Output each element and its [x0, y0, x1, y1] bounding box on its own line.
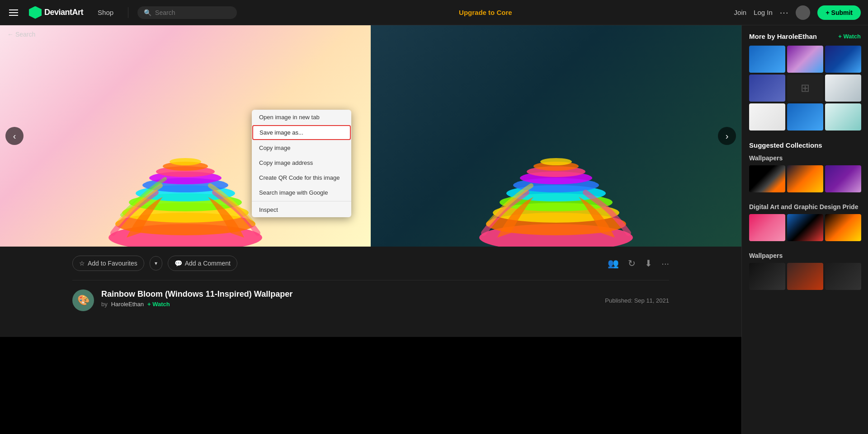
download-icon[interactable]: ⬇: [645, 258, 652, 269]
wallpapers2-thumb[interactable]: [825, 263, 861, 290]
add-to-favourites-button[interactable]: ☆ Add to Favourites: [72, 256, 144, 271]
context-menu-item-save[interactable]: Save image as...: [252, 125, 351, 140]
logo-text: DeviantArt: [44, 8, 83, 17]
thumb-item[interactable]: [787, 46, 823, 73]
image-container: ← Search: [0, 25, 741, 434]
login-link[interactable]: Log In: [754, 9, 773, 16]
prev-image-button[interactable]: ‹: [5, 127, 24, 145]
sidebar: More by HaroleEthan + Watch ⊞ Suggested: [741, 25, 868, 434]
svg-point-9: [170, 158, 201, 165]
thumb-item[interactable]: [749, 103, 785, 131]
search-input[interactable]: [155, 9, 231, 16]
artwork-info: 🎨 Rainbow Bloom (Windows 11-Inspired) Wa…: [72, 280, 669, 320]
artist-name[interactable]: HaroleEthan: [111, 301, 144, 308]
more-by-section: More by HaroleEthan + Watch ⊞: [749, 33, 861, 131]
more-options-button[interactable]: ···: [780, 7, 789, 18]
by-label: by: [101, 301, 108, 308]
action-bar: ☆ Add to Favourites ▾ 💬 Add a Comment 👥 …: [72, 247, 669, 280]
artwork-flower-left: [99, 93, 271, 247]
artist-avatar: 🎨: [72, 289, 94, 311]
artwork-display: ‹ ›: [0, 25, 741, 247]
nav-divider: [128, 7, 128, 18]
wallpapers-label: Wallpapers: [749, 154, 861, 162]
more-by-title: More by HaroleEthan: [749, 33, 817, 40]
submit-button[interactable]: + Submit: [817, 5, 861, 20]
main-area: ← Search: [0, 25, 868, 434]
digital-art-grid: [749, 214, 861, 241]
join-link[interactable]: Join: [734, 9, 747, 16]
artwork-right-panel: [371, 25, 741, 247]
more-by-header: More by HaroleEthan + Watch: [749, 33, 861, 40]
context-menu-item-open[interactable]: Open image in new tab: [252, 110, 351, 125]
artwork-details: Rainbow Bloom (Windows 11-Inspired) Wall…: [101, 289, 598, 308]
next-image-button[interactable]: ›: [718, 127, 736, 145]
artwork-flower-right: [470, 93, 642, 247]
suggested-collections-section: Suggested Collections Wallpapers: [749, 141, 861, 192]
add-comment-button[interactable]: 💬 Add a Comment: [168, 256, 237, 271]
share-icon[interactable]: 👥: [608, 258, 619, 269]
watch-artist-button[interactable]: + Watch: [147, 301, 170, 308]
digital-art-thumb[interactable]: [749, 214, 785, 241]
star-icon: ☆: [79, 260, 85, 267]
context-menu-item-qr[interactable]: Create QR Code for this image: [252, 170, 351, 185]
collection-thumb[interactable]: [825, 165, 861, 192]
digital-art-label: Digital Art and Graphic Design Pride: [749, 203, 861, 210]
image-bottom: ☆ Add to Favourites ▾ 💬 Add a Comment 👥 …: [0, 247, 741, 337]
svg-point-19: [540, 158, 572, 165]
context-menu-item-copy[interactable]: Copy image: [252, 140, 351, 155]
thumb-item[interactable]: [825, 75, 861, 102]
favourites-dropdown-button[interactable]: ▾: [150, 256, 162, 271]
shop-link[interactable]: Shop: [92, 9, 119, 16]
wallpapers-grid: [749, 165, 861, 192]
thumb-item[interactable]: [825, 46, 861, 73]
context-menu: Open image in new tab Save image as... C…: [252, 110, 351, 217]
collection-thumb[interactable]: [749, 165, 785, 192]
more-by-grid: ⊞: [749, 46, 861, 131]
logo[interactable]: DeviantArt: [29, 6, 83, 19]
thumb-item[interactable]: [749, 46, 785, 73]
wallpapers2-label: Wallpapers: [749, 252, 861, 259]
artwork-title: Rainbow Bloom (Windows 11-Inspired) Wall…: [101, 289, 598, 299]
wallpapers2-thumb[interactable]: [749, 263, 785, 290]
wallpapers2-section: Wallpapers: [749, 252, 861, 290]
thumb-item[interactable]: ⊞: [787, 75, 823, 102]
collection-thumb[interactable]: [787, 165, 823, 192]
context-menu-item-inspect[interactable]: Inspect: [252, 202, 351, 217]
digital-art-section: Digital Art and Graphic Design Pride: [749, 203, 861, 241]
sidebar-watch-button[interactable]: + Watch: [838, 33, 861, 40]
search-bar[interactable]: 🔍: [137, 6, 237, 19]
comment-icon: 💬: [175, 260, 182, 267]
publish-date: Published: Sep 11, 2021: [605, 297, 669, 304]
more-actions-button[interactable]: ···: [661, 258, 669, 269]
thumb-item[interactable]: [825, 103, 861, 131]
artwork-byline: by HaroleEthan + Watch: [101, 301, 598, 308]
digital-art-thumb[interactable]: [787, 214, 823, 241]
context-menu-item-search-google[interactable]: Search image with Google: [252, 185, 351, 200]
upgrade-button[interactable]: Upgrade to Core: [459, 9, 512, 16]
navbar: DeviantArt Shop 🔍 Upgrade to Core Join L…: [0, 0, 868, 25]
logo-icon: [29, 6, 42, 19]
wallpapers2-thumb[interactable]: [787, 263, 823, 290]
back-link[interactable]: ← Search: [7, 31, 35, 38]
hamburger-menu[interactable]: [7, 8, 20, 18]
search-icon: 🔍: [144, 9, 151, 16]
context-menu-divider: [252, 201, 351, 201]
thumb-item[interactable]: [749, 75, 785, 102]
suggested-title: Suggested Collections: [749, 141, 822, 149]
thumb-item[interactable]: [787, 103, 823, 131]
suggested-header: Suggested Collections: [749, 141, 861, 149]
user-avatar[interactable]: [796, 5, 810, 20]
refresh-icon[interactable]: ↻: [628, 258, 636, 269]
digital-art-thumb[interactable]: [825, 214, 861, 241]
context-menu-item-copy-address[interactable]: Copy image address: [252, 155, 351, 170]
wallpapers2-grid: [749, 263, 861, 290]
